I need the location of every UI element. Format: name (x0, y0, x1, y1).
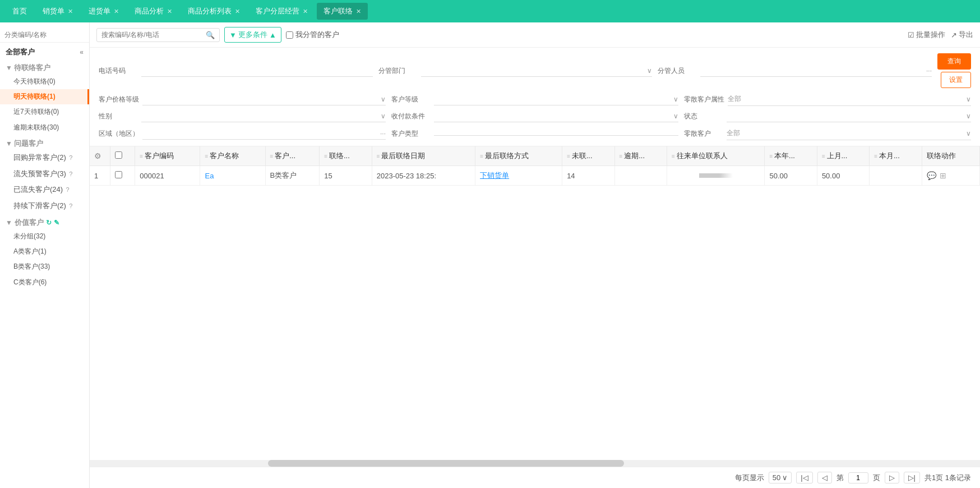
sidebar-churn-warning[interactable]: 流失预警客户(3) ? (0, 166, 89, 182)
my-customer-checkbox-wrapper[interactable]: 我分管的客户 (286, 30, 339, 40)
query-btn[interactable]: 查询 (937, 53, 971, 70)
row-unit-contact (667, 166, 765, 186)
col-unit-contact-header[interactable]: 往来单位联系人 (667, 146, 765, 166)
nav-home[interactable]: 首页 (6, 3, 34, 20)
page-input[interactable] (848, 472, 868, 484)
nav-customer-contact[interactable]: 客户联络 ✕ (317, 3, 368, 20)
bulk-action-btn[interactable]: ☑ 批量操作 (908, 30, 945, 40)
row-actions: 💬 ⊞ (922, 166, 979, 186)
region-dots-icon[interactable]: ··· (380, 130, 386, 137)
sidebar-tomorrow-pending[interactable]: 明天待联络(1) (0, 89, 89, 104)
main-search-box[interactable]: 🔍 (96, 28, 220, 42)
sidebar-search-input[interactable] (4, 31, 89, 39)
edit-value-icon[interactable]: ✎ (54, 219, 59, 227)
filter-status: 状态 ∨ (684, 111, 971, 122)
nav-product-analysis-close[interactable]: ✕ (167, 8, 172, 15)
last-method-link[interactable]: 下销货单 (480, 171, 509, 179)
chevron-up-icon: ▲ (269, 31, 276, 39)
col-name-header[interactable]: 客户名称 (200, 146, 265, 166)
filter-row-4: 区域（地区） ··· 客户类型 零散客户 全部 ∨ (99, 127, 971, 140)
phone-input[interactable] (141, 65, 373, 77)
filter-payment: 收付款条件 ∨ (391, 111, 678, 122)
my-customer-checkbox[interactable] (286, 31, 293, 39)
sidebar-all-customers[interactable]: 全部客户 « (0, 43, 89, 59)
sidebar-overdue[interactable]: 逾期未联络(30) (0, 120, 89, 135)
gear-icon[interactable]: ⚙ (94, 151, 101, 160)
region-select[interactable]: ··· (142, 128, 386, 140)
export-btn[interactable]: ↗ 导出 (951, 30, 973, 40)
sidebar-a-class[interactable]: A类客户(1) (0, 244, 89, 259)
col-last-method-header[interactable]: 最后联络方式 (475, 146, 562, 166)
select-all-checkbox[interactable] (115, 151, 122, 159)
sidebar-collapse-icon[interactable]: « (80, 48, 84, 56)
col-uncontacted-header[interactable]: 未联... (562, 146, 614, 166)
col-overdue-header[interactable]: 逾期... (614, 146, 667, 166)
nav-sales[interactable]: 销货单 ✕ (36, 3, 80, 20)
customer-table: ⚙ 客户编码 客户名称 客户... 联络... 最后联络日期 最后联络方式 未联… (90, 146, 980, 186)
sidebar-repurchase-abnormal[interactable]: 回购异常客户(2) ? (0, 150, 89, 166)
nav-customer-tier-close[interactable]: ✕ (303, 8, 308, 15)
nav-product-analysis-list[interactable]: 商品分析列表 ✕ (181, 3, 247, 20)
col-code-header[interactable]: 客户编码 (135, 146, 200, 166)
nav-sales-close[interactable]: ✕ (68, 8, 73, 15)
horizontal-scrollbar[interactable] (90, 460, 980, 467)
set-btn[interactable]: 设置 (941, 72, 971, 88)
customer-level-select[interactable]: ∨ (434, 94, 678, 105)
col-gear[interactable]: ⚙ (90, 146, 110, 166)
sidebar-c-class[interactable]: C类客户(6) (0, 275, 89, 290)
refresh-icon[interactable]: ↻ (46, 219, 52, 227)
sidebar-search-box[interactable]: 🔍 (0, 27, 89, 43)
manager-select[interactable]: ··· (700, 65, 932, 77)
col-checkbox-header[interactable] (110, 146, 135, 166)
row-last-method[interactable]: 下销货单 (475, 166, 562, 186)
col-last-month-header[interactable]: 上月... (817, 146, 869, 166)
nav-customer-contact-close[interactable]: ✕ (356, 8, 361, 15)
region-label: 区域（地区） (99, 129, 139, 139)
dept-select[interactable]: ∨ (421, 65, 653, 77)
more-filter-btn[interactable]: ▼ 更多条件 ▲ (224, 27, 281, 43)
col-contact-header[interactable]: 联络... (320, 146, 372, 166)
col-type-header[interactable]: 客户... (265, 146, 320, 166)
dept-label: 分管部门 (378, 66, 418, 76)
last-page-btn[interactable]: ▷| (904, 472, 920, 484)
col-last-date-header[interactable]: 最后联络日期 (372, 146, 475, 166)
grid-icon[interactable]: ⊞ (940, 171, 946, 180)
filter-icon: ▼ (229, 31, 237, 39)
scrollbar-thumb[interactable] (268, 460, 624, 467)
sidebar-7day-pending[interactable]: 近7天待联络(0) (0, 104, 89, 119)
row-checkbox[interactable] (115, 171, 122, 178)
checkbox-icon: ☑ (908, 31, 914, 39)
sidebar-churned[interactable]: 已流失客户(24) ? (0, 182, 89, 198)
sidebar-today-pending[interactable]: 今天待联络(0) (0, 74, 89, 89)
customer-type-select[interactable] (434, 132, 678, 136)
main-search-icon[interactable]: 🔍 (206, 31, 215, 39)
nav-product-analysis[interactable]: 商品分析 ✕ (128, 3, 179, 20)
retail-customer-select[interactable]: 全部 ∨ (727, 127, 971, 140)
main-layout: 🔍 全部客户 « ▼ 待联络客户 今天待联络(0) 明天待联络(1) 近7天待联… (0, 22, 980, 488)
price-level-select[interactable]: ∨ (142, 94, 386, 105)
nav-purchase-close[interactable]: ✕ (114, 8, 119, 15)
next-page-btn[interactable]: ▷ (885, 472, 899, 484)
main-search-input[interactable] (101, 31, 204, 39)
gender-select[interactable]: ∨ (141, 111, 386, 122)
col-this-year-header[interactable]: 本年... (765, 146, 817, 166)
nav-product-analysis-list-close[interactable]: ✕ (235, 8, 240, 15)
row-contact: 15 (320, 166, 372, 186)
sidebar-b-class[interactable]: B类客户(33) (0, 259, 89, 274)
nav-purchase[interactable]: 进货单 ✕ (82, 3, 126, 20)
payment-select[interactable]: ∨ (434, 111, 678, 122)
row-checkbox-cell[interactable] (110, 166, 135, 186)
manager-dots-icon[interactable]: ··· (926, 67, 932, 75)
retail-attr-select[interactable]: 全部 ∨ (728, 93, 971, 106)
nav-customer-tier[interactable]: 客户分层经营 ✕ (249, 3, 315, 20)
per-page-select[interactable]: 50 ∨ (769, 472, 792, 484)
sidebar-declining[interactable]: 持续下滑客户(2) ? (0, 198, 89, 214)
comment-icon[interactable]: 💬 (927, 171, 936, 180)
sidebar-ungrouped[interactable]: 未分组(32) (0, 229, 89, 244)
export-icon: ↗ (951, 31, 957, 39)
status-select[interactable]: ∨ (727, 111, 971, 122)
retail-attr-chevron-icon: ∨ (966, 95, 971, 103)
prev-page-btn[interactable]: ◁ (817, 472, 832, 484)
first-page-btn[interactable]: |◁ (796, 472, 812, 484)
col-this-month-header[interactable]: 本月... (870, 146, 922, 166)
